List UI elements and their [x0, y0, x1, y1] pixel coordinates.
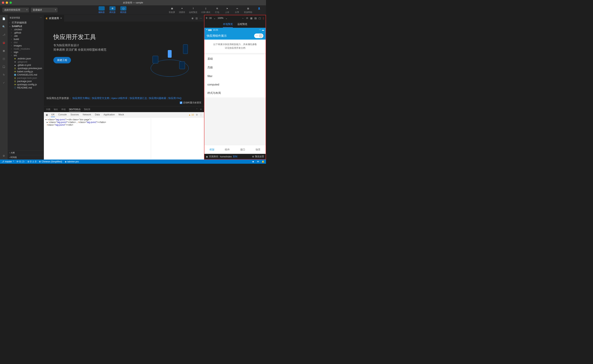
- startup-checkbox-input[interactable]: [180, 101, 182, 104]
- close-tab-icon[interactable]: ✕: [60, 17, 62, 20]
- file-.github[interactable]: ›.github: [8, 31, 44, 34]
- file-sign[interactable]: ›sign: [8, 51, 44, 54]
- panel-collapse-icon[interactable]: ⌃: [196, 108, 198, 110]
- phone-tab-框架[interactable]: 框架: [204, 145, 220, 154]
- ratio-dropdown-icon[interactable]: ⌄: [214, 17, 216, 20]
- file-package-lock.json[interactable]: {}package-lock.json: [8, 76, 44, 80]
- compile-mode-dropdown[interactable]: 普通编译: [31, 8, 58, 12]
- git-branch[interactable]: ⎇ master*: [1, 160, 14, 163]
- support-icon[interactable]: 🎧: [1, 64, 6, 69]
- devtools-tab-Sources[interactable]: Sources: [70, 112, 79, 117]
- panel-tab-预检测[interactable]: 预检测: [84, 107, 90, 111]
- preview-tab-local[interactable]: 本地预览: [223, 21, 233, 28]
- preview-device-icon[interactable]: ▯: [263, 17, 264, 20]
- bell-icon[interactable]: 🔔: [262, 160, 264, 163]
- check-icon[interactable]: ✓: [1, 80, 6, 85]
- history-icon[interactable]: ↻: [1, 72, 6, 77]
- file-node_modules[interactable]: ›node_modules: [8, 47, 44, 51]
- toolbar-远程预览[interactable]: ⇪远程预览: [188, 6, 199, 14]
- devtools-tab-UX[interactable]: UX: [51, 112, 55, 117]
- panel-tab-输出[interactable]: 输出: [54, 107, 58, 111]
- toolbar-资源帮助[interactable]: ▥资源帮助: [242, 6, 254, 14]
- toolbar-清缓存[interactable]: ✦清缓存: [177, 6, 187, 14]
- file-src[interactable]: ›src: [8, 54, 44, 57]
- devtools-settings-icon[interactable]: ⚙: [196, 113, 198, 116]
- search-icon[interactable]: 🔍: [1, 24, 6, 29]
- copy-path-link[interactable]: 复制: [233, 155, 237, 158]
- file-quickapp.config.js[interactable]: JSquickapp.config.js: [8, 83, 44, 86]
- mode-调试器[interactable]: ⚙调试器: [108, 6, 117, 14]
- preview-refresh-icon[interactable]: ⟳: [246, 17, 248, 20]
- explorer-icon[interactable]: 📄: [1, 16, 6, 21]
- preview-ratio[interactable]: 9 : 16: [206, 17, 212, 20]
- devtools-dom-tree[interactable]: ▾ >class="tag-punct"><div class="doc-pag…: [45, 118, 151, 159]
- sidebar-more-icon[interactable]: ⋯: [40, 17, 42, 19]
- devtools-tab-Application[interactable]: Application: [103, 112, 115, 117]
- settings-icon[interactable]: ⚙: [1, 153, 6, 158]
- panel-close-icon[interactable]: ✕: [200, 108, 202, 110]
- phone-item-高级[interactable]: 高级: [204, 63, 266, 72]
- file-.circleci[interactable]: ›.circleci: [8, 28, 44, 31]
- startup-checkbox[interactable]: 启动时显示欢迎页: [180, 101, 201, 104]
- language-status[interactable]: ⊕ Chinese (Simplified): [39, 160, 62, 163]
- capsule-menu-icon[interactable]: ⋯: [255, 34, 258, 37]
- resource-link-5[interactable]: 快应用 FAQ: [168, 97, 182, 100]
- phone-capsule[interactable]: ⋯ ✕: [254, 33, 263, 38]
- panel-tab-DEVTOOLS[interactable]: DEVTOOLS: [69, 107, 81, 111]
- devtools-tab-Network[interactable]: Network: [82, 112, 92, 117]
- phone-item-样式与布局[interactable]: 样式与布局: [204, 89, 266, 98]
- preview-window-icon[interactable]: ▢: [259, 17, 261, 20]
- watch-icon[interactable]: ◉: [191, 17, 194, 20]
- git-sync[interactable]: ⟳ 0↓ 2↑: [17, 160, 25, 163]
- preview-settings-button[interactable]: ⚙ 预览设置: [252, 155, 264, 158]
- panel-tab-终端[interactable]: 终端: [61, 107, 66, 111]
- file-.ide[interactable]: ›.ide: [8, 34, 44, 38]
- window-minimize[interactable]: [6, 1, 8, 4]
- preview-back-icon[interactable]: ←: [242, 17, 244, 20]
- preview-adjust-icon[interactable]: ▤: [254, 17, 257, 20]
- extensions-icon[interactable]: ◫: [1, 56, 6, 61]
- window-close[interactable]: [2, 1, 4, 4]
- app-select-dropdown[interactable]: 选择关联快应用: [2, 8, 29, 12]
- resource-link-3[interactable]: 快应用资源汇总: [130, 97, 147, 100]
- toolbar-user[interactable]: 👤: [255, 6, 264, 14]
- resource-link-1[interactable]: 快应用官方文档: [92, 97, 109, 100]
- file-.quickapp.preview.json[interactable]: {}.quickapp.preview.json: [8, 67, 44, 70]
- toolbar-骨架屏[interactable]: ▦骨架屏: [167, 6, 176, 14]
- file-.gitlab-ci.yml[interactable]: ▲.gitlab-ci.yml: [8, 63, 44, 67]
- phone-item-基础[interactable]: 基础: [204, 54, 266, 63]
- file-.gitignore[interactable]: ◆.gitignore: [8, 60, 44, 63]
- phone-item-filter[interactable]: filter: [204, 72, 266, 80]
- resource-link-0[interactable]: 快应用官方网站: [73, 97, 90, 100]
- debug-icon[interactable]: 🐞: [1, 40, 6, 45]
- phone-tab-接口[interactable]: 接口: [235, 145, 250, 154]
- toolbar-上传[interactable]: ➤上传: [222, 6, 232, 14]
- devtools-tab-Console[interactable]: Console: [58, 112, 67, 117]
- mode-编辑器[interactable]: 编辑器: [97, 6, 106, 14]
- devtools-inspect-icon[interactable]: ▣: [46, 113, 48, 116]
- phone-tab-场景[interactable]: 场景: [250, 145, 266, 154]
- file-build[interactable]: ›build: [8, 38, 44, 41]
- toolbar-分享[interactable]: ⫘分享: [232, 6, 242, 14]
- devtools-more-icon[interactable]: ⋮: [200, 113, 202, 116]
- outline-section[interactable]: › 大纲: [8, 150, 44, 155]
- devtools-tab-Mock[interactable]: Mock: [118, 112, 125, 117]
- file-README.md[interactable]: ⓘREADME.md: [8, 86, 44, 89]
- toolbar-USB 调试[interactable]: ▯USB 调试: [200, 6, 212, 14]
- file-babel.config.js[interactable]: JSbabel.config.js: [8, 70, 44, 73]
- file-images[interactable]: ›images: [8, 44, 44, 47]
- phone-item-computed[interactable]: computed: [204, 80, 266, 89]
- devtools-warning-badge[interactable]: ▲ 10: [189, 113, 194, 116]
- mail-icon[interactable]: ✉: [257, 160, 259, 163]
- toolbar-打包[interactable]: ⧉打包: [213, 6, 222, 14]
- project-root[interactable]: ⌄SAMPLE: [8, 25, 44, 28]
- zoom-dropdown-icon[interactable]: ⌄: [225, 17, 228, 20]
- capsule-close-icon[interactable]: ✕: [259, 34, 262, 37]
- resource-link-2[interactable]: Apex-UI组件库: [111, 97, 128, 100]
- new-project-button[interactable]: 新建工程: [53, 57, 71, 63]
- feedback-icon[interactable]: ☻: [252, 160, 254, 163]
- mode-模拟器[interactable]: ▢模拟器: [119, 6, 128, 14]
- resource-link-4[interactable]: 快应用问题检索: [149, 97, 166, 100]
- layout-icon[interactable]: ▣: [1, 48, 6, 53]
- open-editors-section[interactable]: ›打开的编辑器: [8, 21, 44, 25]
